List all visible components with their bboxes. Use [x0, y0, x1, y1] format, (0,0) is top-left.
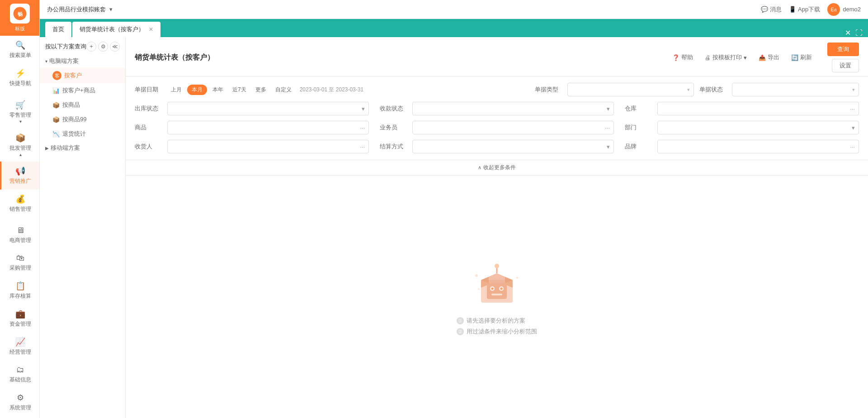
help-btn[interactable]: ❓ 帮助 — [669, 52, 697, 63]
sidebar-item-sales[interactable]: 💰 销售管理 — [0, 190, 39, 218]
app-logo[interactable]: 畅 标版 — [0, 0, 39, 36]
operations-icon: 📈 — [15, 337, 25, 347]
scheme-add-btn[interactable]: + — [86, 42, 96, 52]
tip-item-1: ① 请先选择要分析的方案 — [457, 317, 537, 325]
message-btn[interactable]: 💬 消息 — [761, 5, 782, 14]
sidebar-item-system-label: 系统管理 — [9, 404, 31, 412]
filter-area: 单据日期 上月 本月 本年 近7天 更多 自定义 2023-03-01 至 20… — [126, 76, 868, 160]
scheme-item-by-goods[interactable]: 📦 按商品 — [40, 98, 125, 112]
home-tab-label: 首页 — [52, 25, 64, 33]
marketing-icon: 📢 — [15, 166, 25, 176]
sidebar-item-finance[interactable]: 💼 资金管理 — [0, 304, 39, 332]
sidebar-item-purchase[interactable]: 🛍 采购管理 — [0, 249, 39, 276]
maximize-btn[interactable]: ⛶ — [855, 29, 863, 37]
tab-home[interactable]: 首页 — [45, 22, 71, 37]
department-arrow: ▾ — [852, 124, 855, 131]
sales-person-label: 业务员 — [380, 124, 412, 132]
order-type-label: 单据类型 — [535, 86, 567, 94]
retail-icon: 🛒 — [15, 100, 25, 110]
close-tab-btn[interactable]: ✕ — [845, 28, 851, 37]
sidebar-item-system[interactable]: ⚙ 系统管理 — [0, 388, 39, 416]
this-month-btn[interactable]: 本月 — [187, 85, 207, 95]
stock-out-select[interactable]: ▾ — [167, 102, 369, 115]
svg-point-9 — [491, 288, 494, 290]
scheme-item-by-customer[interactable]: 客 按客户 — [40, 68, 125, 83]
scheme-customer-goods-icon: 📊 — [52, 87, 60, 94]
settings-button[interactable]: 设置 — [832, 59, 859, 72]
department-select[interactable]: ▾ — [657, 121, 859, 134]
inventory-icon: 📋 — [15, 281, 25, 291]
svg-point-14 — [475, 274, 478, 277]
system-icon: ⚙ — [17, 393, 24, 403]
payment-method-select[interactable]: ▾ — [412, 140, 614, 153]
order-type-select[interactable]: ▾ — [567, 83, 694, 96]
scheme-group-mobile-header[interactable]: ▶ 移动端方案 — [40, 141, 125, 155]
page-header: 销货单统计表（按客户） ❓ 帮助 🖨 按模板打印 ▾ 📤 导出 — [126, 37, 868, 76]
scheme-item-return-stats[interactable]: 📉 退货统计 — [40, 127, 125, 141]
group-mobile-label: 移动端方案 — [51, 144, 80, 152]
query-button[interactable]: 查询 — [827, 43, 859, 56]
brand-label: 品牌 — [625, 142, 657, 151]
user-profile[interactable]: Ea demo2 — [827, 3, 861, 16]
sidebar-item-marketing[interactable]: 📢 营销推广 — [0, 162, 39, 190]
sidebar-item-cooperation[interactable]: 🤝 企业协同 — [0, 416, 39, 418]
app-download-btn[interactable]: 📱 App下载 — [789, 5, 820, 14]
order-status-label: 单据状态 — [699, 86, 732, 94]
department-cell: 部门 ▾ — [625, 121, 859, 134]
collapse-bar[interactable]: ∧ 收起更多条件 — [126, 160, 868, 176]
date-range-display: 2023-03-01 至 2023-03-31 — [300, 86, 363, 94]
goods-select[interactable]: ··· — [167, 121, 369, 134]
brand-select[interactable]: ··· — [657, 140, 859, 153]
scheme-item-by-goods-99[interactable]: 📦 按商品99 — [40, 112, 125, 127]
logo-text: 标版 — [15, 25, 25, 32]
payment-status-select[interactable]: ▾ — [412, 102, 614, 115]
user-name: demo2 — [843, 6, 861, 13]
sales-person-dots: ··· — [605, 124, 610, 131]
scheme-settings-btn[interactable]: ⚙ — [98, 42, 108, 52]
tab-sales-stats[interactable]: 销货单统计表（按客户） ✕ — [72, 22, 160, 37]
last-7-btn[interactable]: 近7天 — [229, 85, 250, 95]
sidebar-item-operations[interactable]: 📈 经营管理 — [0, 332, 39, 361]
sales-person-select[interactable]: ··· — [412, 121, 614, 134]
sidebar-item-marketing-label: 营销推广 — [9, 177, 31, 185]
collapse-text: 收起更多条件 — [483, 164, 516, 171]
sidebar-item-basic-info[interactable]: 🗂 基础信息 — [0, 361, 39, 388]
sidebar-item-search[interactable]: 🔍 搜索菜单 — [0, 36, 39, 64]
tab-controls: ✕ ⛶ — [840, 28, 868, 37]
sidebar-item-quick-nav-label: 快捷导航 — [9, 80, 31, 87]
tab-close-icon[interactable]: ✕ — [149, 26, 153, 33]
sidebar-item-ecommerce[interactable]: 🖥 电商管理 — [0, 221, 39, 249]
sidebar-item-retail[interactable]: 🛒 零售管理 ▾ — [0, 95, 39, 128]
quick-nav-icon: ⚡ — [15, 68, 25, 78]
filter-row-4: 收货人 ··· 结算方式 ▾ — [135, 140, 859, 153]
payment-status-cell: 收款状态 ▾ — [380, 102, 614, 115]
scheme-return-label: 退货统计 — [62, 130, 86, 138]
goods-dots: ··· — [360, 124, 365, 131]
sidebar-item-retail-label: 零售管理 — [9, 111, 31, 119]
sidebar-item-quick-nav[interactable]: ⚡ 快捷导航 — [0, 64, 39, 92]
consignee-select[interactable]: ··· — [167, 140, 369, 153]
user-avatar: Ea — [827, 3, 840, 16]
help-icon: ❓ — [672, 54, 679, 61]
sidebar-item-inventory[interactable]: 📋 库存核算 — [0, 276, 39, 304]
last-month-btn[interactable]: 上月 — [167, 85, 185, 95]
scheme-item-customer-goods[interactable]: 📊 按客户+商品 — [40, 83, 125, 98]
refresh-btn[interactable]: 🔄 刷新 — [788, 52, 816, 63]
app-name-dropdown-icon[interactable]: ▾ — [109, 6, 113, 13]
group-desktop-label: 电脑端方案 — [49, 57, 79, 65]
scheme-group-desktop-header[interactable]: ▾ 电脑端方案 — [40, 54, 125, 68]
more-btn[interactable]: 更多 — [252, 85, 270, 95]
scheme-collapse-btn[interactable]: ≪ — [110, 42, 120, 52]
custom-btn[interactable]: 自定义 — [272, 85, 295, 95]
order-status-select[interactable]: ▾ — [732, 83, 859, 96]
svg-point-10 — [500, 288, 503, 290]
export-btn[interactable]: 📤 导出 — [755, 52, 783, 63]
group-expand-icon: ▾ — [45, 59, 47, 64]
this-year-btn[interactable]: 本年 — [209, 85, 227, 95]
warehouse-select[interactable]: ··· — [657, 102, 859, 115]
tip-item-2: ② 用过滤条件来缩小分析范围 — [457, 328, 537, 336]
sidebar-item-wholesale[interactable]: 📦 批发管理 ▴ — [0, 128, 39, 162]
svg-point-13 — [495, 264, 499, 268]
print-btn[interactable]: 🖨 按模板打印 ▾ — [701, 52, 750, 63]
sidebar-item-basic-info-label: 基础信息 — [9, 376, 31, 384]
